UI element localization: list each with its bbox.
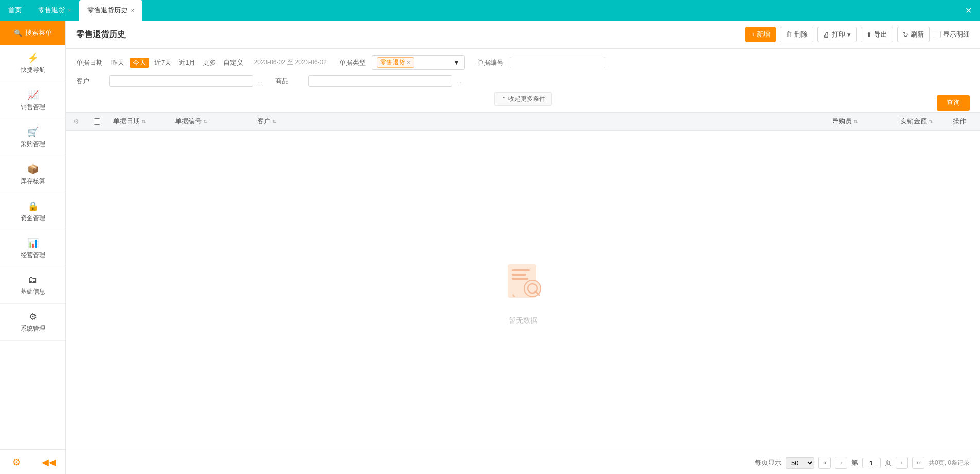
- page-input[interactable]: [862, 458, 881, 468]
- product-input[interactable]: [308, 75, 452, 87]
- new-button[interactable]: + 新增: [745, 27, 776, 42]
- sidebar-item-purchase[interactable]: 🛒 采购管理: [0, 119, 65, 156]
- basic-info-icon: 🗂: [28, 275, 38, 285]
- empty-state: 暂无数据: [66, 131, 980, 451]
- collapse-icon: ⌃: [501, 96, 506, 103]
- svg-rect-3: [512, 278, 528, 280]
- next-page-icon: ›: [901, 459, 903, 466]
- settings-bottom-btn[interactable]: ⚙: [0, 450, 33, 474]
- th-checkbox[interactable]: [86, 118, 107, 125]
- collapse-button[interactable]: ⌃ 收起更多条件: [494, 92, 552, 106]
- th-guide-label: 导购员: [832, 117, 852, 126]
- sidebar-item-basic-info[interactable]: 🗂 基础信息: [0, 267, 65, 304]
- customer-input[interactable]: [109, 75, 253, 87]
- sidebar-item-quick-nav[interactable]: ⚡ 快捷导航: [0, 45, 65, 82]
- date-range: 2023-06-02 至 2023-06-02: [254, 58, 326, 67]
- svg-rect-2: [512, 274, 526, 276]
- export-icon: ⬆: [866, 31, 872, 39]
- purchase-icon: 🛒: [27, 126, 39, 138]
- page-size-select[interactable]: 20 50 100 200: [786, 457, 814, 469]
- tab-retail-return[interactable]: 零售退货 ×: [30, 0, 79, 21]
- delete-button[interactable]: 🗑 删除: [780, 27, 813, 42]
- sidebar-item-label: 采购管理: [21, 140, 45, 149]
- sidebar-search[interactable]: 🔍 搜索菜单: [0, 21, 65, 45]
- tab-retail-return-history-close[interactable]: ×: [131, 7, 134, 13]
- sidebar: 🔍 搜索菜单 ⚡ 快捷导航 📈 销售管理 🛒 采购管理 📦 库存核算 🔒 资金管…: [0, 21, 66, 474]
- product-label: 商品: [275, 77, 304, 86]
- filter-product: 商品 ...: [275, 75, 462, 87]
- collapse-label: 收起更多条件: [508, 95, 545, 103]
- select-all-checkbox[interactable]: [94, 118, 100, 125]
- th-date: 单据日期 ⇅: [107, 117, 169, 126]
- sidebar-item-label: 资金管理: [21, 214, 45, 223]
- settings-icon: ⚙: [73, 118, 79, 125]
- operations-icon: 📊: [27, 238, 39, 249]
- doc-type-select[interactable]: 零售退货 × ▼: [372, 55, 465, 70]
- print-button[interactable]: 🖨 打印 ▾: [817, 27, 857, 42]
- doc-type-dropdown-icon: ▼: [453, 59, 460, 66]
- refresh-button[interactable]: ↻ 刷新: [897, 27, 930, 42]
- pagination-bar: 每页显示 20 50 100 200 « ‹ 第 页 › » 共0页, 0条记录: [66, 451, 980, 474]
- tab-retail-return-close[interactable]: ×: [68, 7, 71, 13]
- th-num-sort[interactable]: ⇅: [203, 119, 207, 124]
- date-today[interactable]: 今天: [130, 58, 149, 68]
- th-customer: 客户 ⇅: [251, 117, 826, 126]
- prev-page-btn[interactable]: ‹: [835, 457, 847, 469]
- doc-type-tag-remove[interactable]: ×: [407, 59, 411, 66]
- next-page-btn[interactable]: ›: [896, 457, 908, 469]
- tab-retail-return-history[interactable]: 零售退货历史 ×: [79, 0, 142, 21]
- th-amount-sort[interactable]: ⇅: [929, 119, 933, 124]
- date-filter-label: 单据日期: [76, 58, 105, 67]
- filter-customer: 客户 ...: [76, 75, 263, 87]
- date-7days[interactable]: 近7天: [152, 58, 173, 68]
- display-checkbox[interactable]: [934, 31, 941, 38]
- page-header: 零售退货历史 + 新增 🗑 删除 🖨 打印 ▾ ⬆ 导出 ↻: [66, 21, 980, 49]
- volume-btn[interactable]: ◀◀: [33, 450, 66, 474]
- th-action: 操作: [939, 117, 980, 126]
- date-1month[interactable]: 近1月: [176, 58, 198, 68]
- sidebar-item-sales[interactable]: 📈 销售管理: [0, 82, 65, 119]
- customer-dots[interactable]: ...: [257, 77, 263, 85]
- export-button[interactable]: ⬆ 导出: [861, 27, 893, 42]
- sidebar-item-inventory[interactable]: 📦 库存核算: [0, 156, 65, 193]
- th-amount-label: 实销金额: [900, 117, 927, 126]
- sidebar-search-label: 搜索菜单: [25, 28, 52, 38]
- empty-icon: [497, 257, 549, 308]
- th-settings[interactable]: ⚙: [66, 118, 86, 125]
- tab-home[interactable]: 首页: [0, 0, 30, 21]
- product-dots[interactable]: ...: [456, 77, 462, 85]
- top-bar: 首页 零售退货 × 零售退货历史 × ✕: [0, 0, 980, 21]
- page-suffix: 页: [885, 458, 892, 467]
- window-close-button[interactable]: ✕: [965, 6, 980, 15]
- th-date-sort[interactable]: ⇅: [141, 119, 146, 124]
- sidebar-item-label: 系统管理: [21, 324, 45, 333]
- last-page-btn[interactable]: »: [912, 457, 924, 469]
- th-guide-sort[interactable]: ⇅: [853, 119, 858, 124]
- sidebar-item-system[interactable]: ⚙ 系统管理: [0, 304, 65, 341]
- date-custom[interactable]: 自定义: [221, 58, 245, 68]
- date-more[interactable]: 更多: [201, 58, 218, 68]
- query-button[interactable]: 查询: [937, 95, 970, 111]
- date-yesterday[interactable]: 昨天: [109, 58, 127, 68]
- sidebar-item-label: 基础信息: [21, 287, 45, 296]
- print-dropdown-icon: ▾: [847, 31, 851, 39]
- doc-num-input[interactable]: [510, 57, 605, 68]
- quick-nav-icon: ⚡: [27, 52, 39, 64]
- system-icon: ⚙: [29, 311, 37, 322]
- toolbar: + 新增 🗑 删除 🖨 打印 ▾ ⬆ 导出 ↻ 刷新: [745, 27, 970, 42]
- customer-label: 客户: [76, 77, 105, 86]
- th-customer-sort[interactable]: ⇅: [272, 119, 276, 124]
- doc-num-label: 单据编号: [477, 58, 506, 67]
- display-toggle[interactable]: 显示明细: [934, 30, 970, 39]
- sidebar-item-operations[interactable]: 📊 经营管理: [0, 230, 65, 267]
- first-page-btn[interactable]: «: [818, 457, 831, 469]
- filter-row-2: 客户 ... 商品 ...: [76, 75, 970, 87]
- page-title: 零售退货历史: [76, 29, 126, 40]
- filter-row-1: 单据日期 昨天 今天 近7天 近1月 更多 自定义 2023-06-02 至 2…: [76, 55, 970, 70]
- tab-list: 首页 零售退货 × 零售退货历史 ×: [0, 0, 965, 21]
- page-prefix: 第: [851, 458, 858, 467]
- sidebar-item-finance[interactable]: 🔒 资金管理: [0, 193, 65, 230]
- sidebar-item-label: 快捷导航: [21, 66, 45, 75]
- search-icon: 🔍: [14, 29, 22, 37]
- filter-doc-num: 单据编号: [477, 57, 605, 68]
